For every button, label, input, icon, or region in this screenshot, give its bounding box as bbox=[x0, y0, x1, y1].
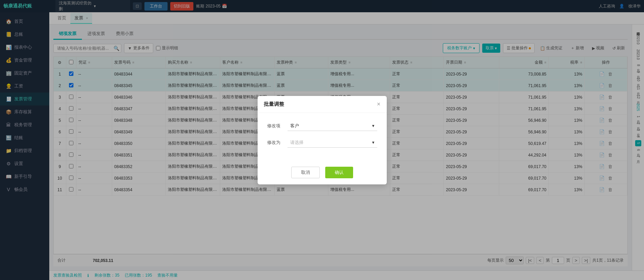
modal-title: 批量调整 bbox=[264, 101, 284, 108]
change-to-select[interactable]: 请选择 ▾ bbox=[288, 138, 377, 148]
change-to-placeholder: 请选择 bbox=[290, 139, 303, 146]
batch-adjust-modal: 批量调整 × 修改项 客户 ▾ 修改为 请选择 ▾ 取消 确认 bbox=[258, 96, 387, 184]
cancel-button[interactable]: 取消 bbox=[291, 167, 320, 178]
confirm-button[interactable]: 确认 bbox=[325, 167, 353, 178]
field-row: 修改项 客户 ▾ bbox=[267, 121, 377, 131]
modal-body: 修改项 客户 ▾ 修改为 请选择 ▾ bbox=[258, 113, 387, 163]
field-select[interactable]: 客户 ▾ bbox=[288, 121, 377, 131]
modal-footer: 取消 确认 bbox=[258, 163, 387, 184]
modal-close-button[interactable]: × bbox=[377, 101, 381, 108]
change-to-chevron-icon: ▾ bbox=[372, 140, 375, 145]
field-chevron-icon: ▾ bbox=[372, 123, 375, 128]
change-to-label: 修改为 bbox=[267, 139, 288, 146]
modal-overlay: 批量调整 × 修改项 客户 ▾ 修改为 请选择 ▾ 取消 确认 bbox=[0, 0, 644, 280]
modal-header: 批量调整 × bbox=[258, 96, 387, 113]
field-label: 修改项 bbox=[267, 123, 288, 129]
field-value: 客户 bbox=[290, 123, 299, 129]
change-to-row: 修改为 请选择 ▾ bbox=[267, 138, 377, 148]
